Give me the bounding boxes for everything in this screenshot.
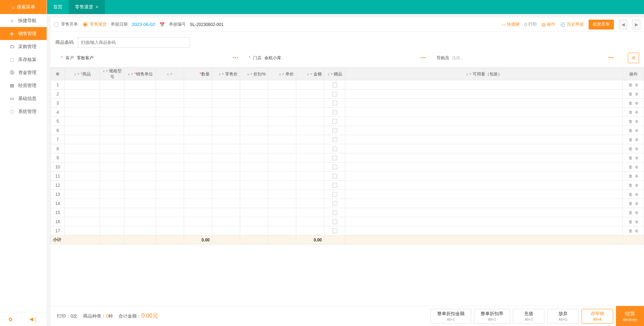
next-arrow-icon[interactable]: ▶ <box>632 20 640 29</box>
add-icon[interactable]: ⊕ <box>635 210 638 215</box>
add-icon[interactable]: ⊕ <box>635 146 638 151</box>
table-row[interactable]: 16🗑⊕ <box>51 217 644 226</box>
add-icon[interactable]: ⊕ <box>635 155 638 160</box>
gift-checkbox[interactable] <box>332 201 337 206</box>
nav-item-基础信息[interactable]: ▭基础信息 <box>0 92 47 105</box>
more-icon[interactable]: ••• <box>608 55 614 60</box>
gift-checkbox[interactable] <box>332 228 337 233</box>
add-icon[interactable]: ⊕ <box>635 101 638 106</box>
action-存草稿[interactable]: 存草稿Alt+A <box>582 309 613 324</box>
col-qty[interactable]: *数量 <box>184 68 212 80</box>
delete-icon[interactable]: 🗑 <box>629 228 633 233</box>
gift-checkbox[interactable] <box>332 110 337 115</box>
table-row[interactable]: 17🗑⊕ <box>51 226 644 235</box>
nav-item-经营管理[interactable]: ▤经营管理 <box>0 79 47 92</box>
nav-item-快捷导航[interactable]: ⌂快捷导航 <box>0 14 47 27</box>
table-row[interactable]: 5🗑⊕ <box>51 117 644 126</box>
gift-checkbox[interactable] <box>332 119 337 124</box>
store-filter[interactable]: * 门店 余杭小库 ••• <box>249 55 437 61</box>
add-icon[interactable]: ⊕ <box>635 92 638 97</box>
shortcut-link[interactable]: ▭ 快捷键 <box>502 21 520 27</box>
more-icon[interactable]: ••• <box>233 55 238 60</box>
table-row[interactable]: 1🗑⊕ <box>51 80 644 89</box>
batch-order-button[interactable]: 批发开单 <box>589 20 614 29</box>
add-icon[interactable]: ⊕ <box>635 137 638 142</box>
col-retail[interactable]: ▲▼零售价 <box>212 68 240 80</box>
action-放弃[interactable]: 放弃Alt+G <box>547 309 579 324</box>
delete-icon[interactable]: 🗑 <box>629 146 633 151</box>
nav-item-资金管理[interactable]: Ⓢ资金管理 <box>0 66 47 79</box>
print-link[interactable]: ⎙ 打印 <box>524 21 537 27</box>
calendar-icon[interactable]: 📅 <box>160 22 165 27</box>
prev-arrow-icon[interactable]: ◀ <box>619 20 627 29</box>
table-row[interactable]: 9🗑⊕ <box>51 153 644 162</box>
delete-icon[interactable]: 🗑 <box>629 128 633 133</box>
delete-icon[interactable]: 🗑 <box>629 192 633 197</box>
delete-icon[interactable]: 🗑 <box>629 174 633 179</box>
table-row[interactable]: 12🗑⊕ <box>51 181 644 190</box>
col-available[interactable]: ▲▼可用量（包装） <box>345 68 623 80</box>
delete-icon[interactable]: 🗑 <box>629 101 633 106</box>
operate-link[interactable]: ▤ 操作 <box>542 21 555 27</box>
delete-icon[interactable]: 🗑 <box>629 210 633 215</box>
gift-checkbox[interactable] <box>332 192 337 197</box>
add-icon[interactable]: ⊕ <box>635 183 638 188</box>
table-row[interactable]: 13🗑⊕ <box>51 190 644 199</box>
action-充值[interactable]: 充值Alt+3 <box>513 309 544 324</box>
table-row[interactable]: 2🗑⊕ <box>51 89 644 99</box>
table-row[interactable]: 10🗑⊕ <box>51 162 644 172</box>
gift-checkbox[interactable] <box>332 174 337 179</box>
settings-icon[interactable]: ✿ <box>8 317 13 322</box>
action-整单折扣金额[interactable]: 整单折扣金额Alt+1 <box>431 309 471 324</box>
delete-icon[interactable]: 🗑 <box>629 165 633 169</box>
col-gift[interactable]: ▲▼赠品 <box>324 68 345 80</box>
table-row[interactable]: 4🗑⊕ <box>51 108 644 117</box>
gift-checkbox[interactable] <box>332 128 337 133</box>
collapse-icon[interactable]: ◀｜ <box>29 316 38 322</box>
delete-icon[interactable]: 🗑 <box>629 183 633 188</box>
add-icon[interactable]: ⊕ <box>635 128 638 133</box>
col-spec[interactable]: ▲▼规格型号 <box>100 68 124 80</box>
config-gear-icon[interactable]: ⚙ <box>628 53 639 63</box>
col-gear[interactable]: ⚙ <box>51 68 65 80</box>
gift-checkbox[interactable] <box>332 210 337 215</box>
gift-checkbox[interactable] <box>332 92 337 97</box>
add-icon[interactable]: ⊕ <box>635 82 638 87</box>
history-link[interactable]: 🕘 历史单据 <box>560 21 584 27</box>
gift-checkbox[interactable] <box>332 137 337 142</box>
add-icon[interactable]: ⊕ <box>635 119 638 124</box>
gift-checkbox[interactable] <box>332 101 337 106</box>
tab-零售退货[interactable]: 零售退货✕ <box>69 0 105 14</box>
add-icon[interactable]: ⊕ <box>635 201 638 206</box>
more-icon[interactable]: ••• <box>421 55 426 60</box>
delete-icon[interactable]: 🗑 <box>629 201 633 206</box>
col-unit[interactable]: ▲▼*销售单位 <box>124 68 156 80</box>
barcode-input[interactable] <box>78 37 190 48</box>
gift-checkbox[interactable] <box>332 155 337 160</box>
gift-checkbox[interactable] <box>332 219 337 224</box>
gift-checkbox[interactable] <box>332 165 337 169</box>
col-amount[interactable]: ▲▼金额 <box>296 68 324 80</box>
delete-icon[interactable]: 🗑 <box>629 137 633 142</box>
action-整单折扣率[interactable]: 整单折扣率Alt+2 <box>474 309 510 324</box>
radio-retail-return[interactable]: 零售退货 <box>83 21 107 27</box>
add-icon[interactable]: ⊕ <box>635 174 638 179</box>
nav-item-销售管理[interactable]: ◈销售管理 <box>0 27 47 40</box>
close-icon[interactable]: ✕ <box>95 5 99 9</box>
add-icon[interactable]: ⊕ <box>635 228 638 233</box>
table-row[interactable]: 3🗑⊕ <box>51 99 644 108</box>
table-wrap[interactable]: ⚙ ▲▼*商品 ▲▼规格型号 ▲▼*销售单位 ▲▼ *数量 ▲▼零售价 ▲▼折扣… <box>50 67 644 306</box>
table-row[interactable]: 7🗑⊕ <box>51 135 644 144</box>
table-row[interactable]: 15🗑⊕ <box>51 208 644 217</box>
nav-item-系统管理[interactable]: ◌系统管理 <box>0 105 47 118</box>
gift-checkbox[interactable] <box>332 82 337 87</box>
add-icon[interactable]: ⊕ <box>635 110 638 115</box>
delete-icon[interactable]: 🗑 <box>629 119 633 124</box>
col-pad1[interactable]: ▲▼ <box>156 68 184 80</box>
gift-checkbox[interactable] <box>332 146 337 151</box>
nav-item-库存核算[interactable]: ⬚库存核算 <box>0 53 47 66</box>
tab-首页[interactable]: 首页 <box>47 0 69 14</box>
col-product[interactable]: ▲▼*商品 <box>65 68 100 80</box>
col-price[interactable]: ▲▼单价 <box>268 68 296 80</box>
table-row[interactable]: 8🗑⊕ <box>51 144 644 153</box>
